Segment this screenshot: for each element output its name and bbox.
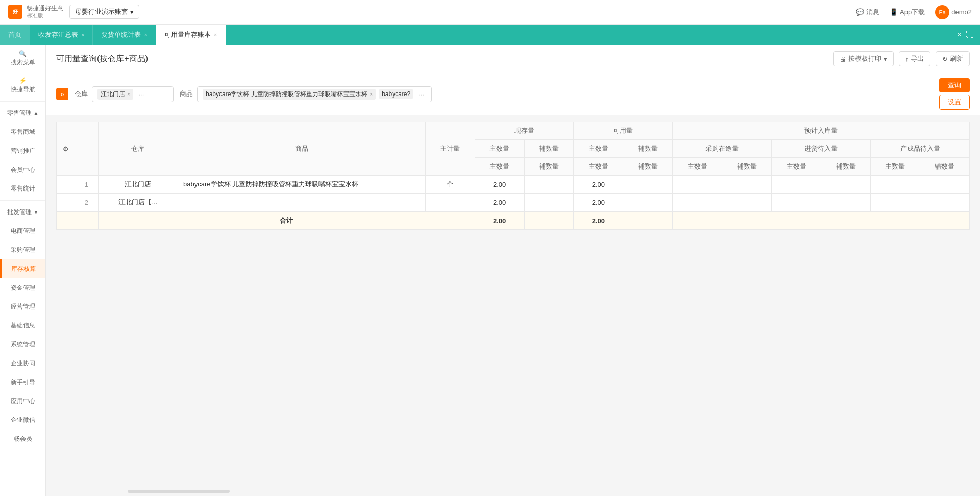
refresh-icon: ↻: [942, 55, 948, 63]
sidebar-item-wholesale[interactable]: 批发管理 ▼: [0, 203, 45, 222]
sidebar-system-label: 系统管理: [11, 340, 35, 349]
th-a-aux: 辅数量: [623, 158, 673, 176]
sidebar-item-quicknav[interactable]: ⚡ 快捷导航: [0, 72, 45, 99]
message-label: 消息: [866, 8, 879, 17]
query-button[interactable]: 查询: [939, 78, 970, 92]
tab-home-label: 首页: [8, 30, 21, 39]
user-name: demo2: [951, 8, 972, 16]
tab-order-stats[interactable]: 要货单统计表 ×: [93, 25, 156, 45]
td-pp-main-1: [871, 176, 920, 194]
scrollbar-area: [46, 486, 980, 496]
td-num-1: 1: [75, 176, 99, 194]
sidebar-item-wechat[interactable]: 企业微信: [0, 411, 45, 430]
sidebar-item-retail-stats[interactable]: 零售统计: [0, 179, 45, 198]
sidebar-item-finance[interactable]: 资金管理: [0, 278, 45, 297]
tab-receipt-summary[interactable]: 收发存汇总表 ×: [30, 25, 93, 45]
td-unit-1: 个: [425, 176, 475, 194]
product-filter-group: 商品 babycare学饮杯 儿童防摔防撞吸管杯重力球吸嘴杯宝宝水杯 × bab…: [180, 86, 432, 102]
sidebar-ecommerce-label: 电商管理: [11, 227, 35, 235]
sidebar-changyuanvip-label: 畅会员: [14, 435, 32, 443]
td-pt-aux-2: [722, 194, 772, 212]
th-inbound-pending: 进货待入量: [772, 140, 871, 158]
table-area: ⚙ 仓库 商品 主计量 现存量 可用量 预计入库量 主数量 辅数量 主数量 辅数…: [46, 115, 980, 486]
sidebar-item-inventory[interactable]: 库存核算: [0, 259, 45, 278]
sidebar-item-member[interactable]: 会员中心: [0, 160, 45, 179]
sidebar-item-search[interactable]: 🔍 搜索菜单: [0, 45, 45, 72]
sidebar-item-ecommerce[interactable]: 电商管理: [0, 222, 45, 241]
td-product-1: babycare学饮杯 儿童防摔防撞吸管杯重力球吸嘴杯宝宝水杯: [178, 176, 426, 194]
print-template-button[interactable]: 🖨 按模板打印 ▾: [833, 51, 894, 66]
th-s-aux: 辅数量: [524, 158, 574, 176]
td-ip-aux-2: [821, 194, 871, 212]
product-tag-1-close[interactable]: ×: [370, 91, 373, 97]
td-footer-stock-main: 2.00: [475, 211, 524, 230]
table-row: 1 江北门店 babycare学饮杯 儿童防摔防撞吸管杯重力球吸嘴杯宝宝水杯 个…: [57, 176, 970, 194]
sidebar-item-retail-mall[interactable]: 零售商城: [0, 123, 45, 141]
sidebar-wechat-label: 企业微信: [11, 416, 35, 424]
tab-available-stock[interactable]: 可用量库存账本 ×: [156, 25, 226, 45]
sidebar-item-newcomer[interactable]: 新手引导: [0, 373, 45, 392]
settings-button[interactable]: 设置: [939, 95, 970, 110]
nav-right-actions: × ⛶: [951, 25, 980, 45]
tab-home[interactable]: 首页: [0, 25, 30, 45]
td-ip-main-2: [772, 194, 821, 212]
td-num-2: 2: [75, 194, 99, 212]
warehouse-filter-input[interactable]: 江北门店 × ···: [92, 86, 174, 102]
sidebar-item-changyuanvip[interactable]: 畅会员: [0, 430, 45, 448]
th-s-main: 主数量: [475, 158, 524, 176]
tab-receipt-summary-close[interactable]: ×: [81, 32, 84, 38]
industry-selector[interactable]: 母婴行业演示账套 ▾: [69, 5, 139, 19]
fullscreen-button[interactable]: ⛶: [966, 30, 974, 39]
td-pp-aux-1: [920, 176, 969, 194]
sidebar-item-basic[interactable]: 基础信息: [0, 316, 45, 335]
th-gear: ⚙: [57, 122, 75, 176]
td-footer-avail-main: 2.00: [574, 211, 623, 230]
tab-available-stock-label: 可用量库存账本: [164, 30, 211, 39]
warehouse-tag: 江北门店 ×: [97, 89, 133, 100]
filter-area: » 仓库 江北门店 × ··· 商品 babycare学饮杯 儿童防摔防撞吸管杯…: [46, 73, 980, 115]
td-avail-main-1: 2.00: [574, 176, 623, 194]
td-footer-label: 合计: [98, 211, 475, 230]
tab-order-stats-label: 要货单统计表: [101, 30, 141, 39]
export-label: 导出: [911, 54, 924, 63]
warehouse-more-icon[interactable]: ···: [136, 90, 146, 98]
td-gear-1: [57, 176, 75, 194]
filter-expand-button[interactable]: »: [56, 88, 68, 100]
sidebar-item-retail-mgmt[interactable]: 零售管理 ▲: [0, 104, 45, 123]
sidebar-item-operations[interactable]: 经营管理: [0, 297, 45, 316]
warehouse-tag-close[interactable]: ×: [127, 91, 130, 97]
th-pt-main: 主数量: [673, 158, 722, 176]
sidebar-item-marketing[interactable]: 营销推广: [0, 141, 45, 160]
page-header: 可用量查询(按仓库+商品) 🖨 按模板打印 ▾ ↑ 导出 ↻ 刷新: [46, 45, 980, 73]
sidebar-item-appcenter[interactable]: 应用中心: [0, 392, 45, 411]
user-menu[interactable]: Ea demo2: [935, 5, 972, 19]
sidebar-item-enterprise[interactable]: 企业协同: [0, 354, 45, 373]
tab-order-stats-close[interactable]: ×: [144, 32, 147, 38]
th-ip-aux: 辅数量: [821, 158, 871, 176]
sidebar-item-system[interactable]: 系统管理: [0, 335, 45, 354]
td-footer-avail-aux: [623, 211, 673, 230]
td-avail-aux-1: [623, 176, 673, 194]
export-button[interactable]: ↑ 导出: [899, 51, 931, 66]
tab-available-stock-close[interactable]: ×: [214, 32, 217, 38]
horizontal-scrollbar[interactable]: [128, 490, 230, 493]
th-a-main: 主数量: [574, 158, 623, 176]
refresh-button[interactable]: ↻ 刷新: [936, 51, 970, 66]
app-download-button[interactable]: 📱 App下载: [890, 8, 925, 17]
close-all-tabs-button[interactable]: ×: [957, 30, 962, 39]
th-warehouse: 仓库: [98, 122, 178, 176]
warehouse-tag-text: 江北门店: [101, 90, 125, 99]
avatar: Ea: [935, 5, 949, 19]
product-tag-1: babycare学饮杯 儿童防摔防撞吸管杯重力球吸嘴杯宝宝水杯 ×: [203, 89, 376, 100]
phone-icon: 📱: [890, 8, 898, 16]
filter-actions: 查询 设置: [939, 78, 970, 110]
sidebar-quicknav-label: 快捷导航: [11, 85, 35, 94]
message-button[interactable]: 💬 消息: [856, 8, 879, 17]
th-stock-main-qty: 主数量: [475, 140, 524, 158]
chevron-down-icon: ▾: [130, 8, 134, 16]
top-bar: 好 畅捷通好生意 标准版 母婴行业演示账套 ▾ 💬 消息 📱 App下载 Ea …: [0, 0, 980, 25]
sidebar-item-purchase[interactable]: 采购管理: [0, 241, 45, 259]
product-filter-input[interactable]: babycare学饮杯 儿童防摔防撞吸管杯重力球吸嘴杯宝宝水杯 × babyca…: [197, 86, 432, 102]
product-more-icon[interactable]: ···: [416, 90, 426, 98]
th-avail-main-qty: 主数量: [574, 140, 623, 158]
